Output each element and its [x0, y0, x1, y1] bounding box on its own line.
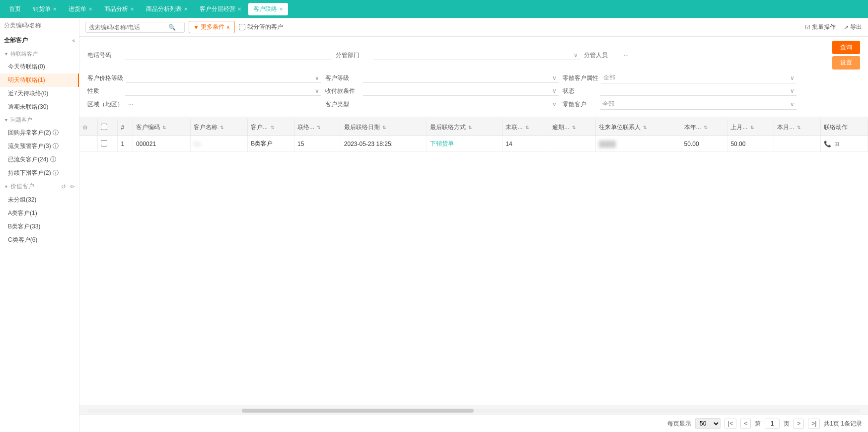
more-conditions-button[interactable]: ▼ 更多条件 ∧	[189, 21, 235, 33]
sidebar-item-declining[interactable]: 持续下滑客户(2) ⓘ	[0, 166, 79, 180]
filter-dots-region[interactable]: ···	[126, 100, 135, 109]
last-contact-link[interactable]: 下销货单	[430, 140, 454, 147]
sidebar-group-pending-contact[interactable]: 待联络客户	[0, 48, 79, 60]
close-icon[interactable]: ✕	[130, 6, 134, 12]
col-last-contact-date[interactable]: 最后联络日期 ⇅	[341, 119, 427, 136]
filter-customer-level: 客户等级 ∨	[325, 73, 559, 83]
next-page-button[interactable]: >	[794, 419, 804, 429]
col-type[interactable]: 客户... ⇅	[248, 119, 294, 136]
filter-row-4: 区域（地区） ··· 客户类型 ∨ 零散客户 全部 ∨	[87, 99, 860, 110]
sidebar-item-abnormal-repurchase[interactable]: 回购异常客户(2) ⓘ	[0, 126, 79, 140]
col-checkbox[interactable]	[98, 119, 118, 136]
filter-label-region: 区域（地区）	[87, 100, 123, 109]
sort-icon: ⇅	[704, 125, 708, 130]
sort-icon: ⇅	[382, 125, 386, 130]
filter-select-department[interactable]: ∨	[373, 51, 580, 60]
col-name[interactable]: 客户名称 ⇅	[190, 119, 248, 136]
col-code[interactable]: 客户编码 ⇅	[133, 119, 191, 136]
nav-sales-order[interactable]: 销货单 ✕	[28, 3, 62, 15]
my-customers-checkbox[interactable]	[239, 24, 245, 30]
filter-select-price-level[interactable]: ∨	[126, 73, 321, 83]
refresh-icon[interactable]: ↺	[61, 183, 66, 190]
filter-label-status: 状态	[563, 87, 597, 95]
nav-customer-segmentation[interactable]: 客户分层经营 ✕	[195, 3, 246, 15]
sidebar-item-class-a[interactable]: A类客户(1)	[0, 207, 79, 220]
sidebar-group-value-customers[interactable]: 价值客户 ↺ ✏	[0, 180, 79, 193]
row-checkbox[interactable]	[101, 140, 107, 146]
col-overdue[interactable]: 逾期... ⇅	[549, 119, 596, 136]
col-gear[interactable]: ⚙	[79, 119, 98, 136]
sidebar-group-problem-customers[interactable]: 问题客户	[0, 114, 79, 126]
sidebar-item-class-c[interactable]: C类客户(6)	[0, 233, 79, 247]
sidebar-item-week-contact[interactable]: 近7天待联络(0)	[0, 87, 79, 100]
select-all-checkbox[interactable]	[101, 124, 107, 130]
nav-home[interactable]: 首页	[4, 3, 26, 15]
sidebar-item-churned[interactable]: 已流失客户(24) ⓘ	[0, 153, 79, 166]
col-this-month[interactable]: 本月... ⇅	[774, 119, 821, 136]
qr-icon[interactable]: ⊞	[834, 141, 839, 147]
last-page-button[interactable]: >|	[808, 419, 820, 429]
sidebar: 🔍 全部客户 « 待联络客户 今天待联络(0) 明天待联络(1) 近7天待联络(…	[0, 18, 79, 432]
sidebar-item-overdue-contact[interactable]: 逾期未联络(30)	[0, 100, 79, 114]
my-customers-checkbox-label[interactable]: 我分管的客户	[239, 23, 283, 31]
sidebar-item-ungrouped[interactable]: 未分组(32)	[0, 193, 79, 207]
filter-select-status[interactable]: ∨	[600, 86, 796, 96]
sort-icon: ⇅	[317, 125, 321, 130]
filter-icon: ▼	[193, 24, 199, 31]
filter-input-phone[interactable]	[125, 51, 332, 60]
all-customers-header[interactable]: 全部客户 «	[0, 33, 79, 48]
filter-label-price-level: 客户价格等级	[87, 74, 123, 82]
close-icon[interactable]: ✕	[88, 6, 92, 12]
cell-checkbox[interactable]	[98, 136, 118, 152]
sidebar-item-churn-warning[interactable]: 流失预警客户(3) ⓘ	[0, 140, 79, 153]
filter-phone: 电话号码	[87, 51, 332, 60]
filter-label-nature: 性质	[87, 87, 122, 95]
edit-icon[interactable]: ✏	[70, 183, 75, 190]
nav-product-analysis[interactable]: 商品分析 ✕	[99, 3, 139, 15]
filter-select-customer-level[interactable]: ∨	[363, 73, 559, 83]
per-page-select[interactable]: 50 100 200	[695, 418, 721, 429]
close-icon[interactable]: ✕	[53, 6, 57, 12]
sidebar-item-class-b[interactable]: B类客户(33)	[0, 220, 79, 233]
nav-product-analysis-list[interactable]: 商品分析列表 ✕	[141, 3, 193, 15]
col-company-contact[interactable]: 往来单位联系人 ⇅	[596, 119, 681, 136]
gear-icon[interactable]: ⚙	[82, 124, 88, 131]
cell-action: 📞 ⊞	[821, 136, 868, 152]
cell-last-contact-method[interactable]: 下销货单	[427, 136, 503, 152]
filter-department: 分管部门 ∨	[336, 51, 580, 60]
prev-page-button[interactable]: <	[740, 419, 751, 429]
filter-select-customer-type[interactable]: ∨	[363, 100, 559, 109]
filter-select-nature[interactable]: ∨	[125, 86, 321, 96]
filter-select-retail-attr[interactable]: 全部 ∨	[601, 72, 796, 83]
nav-purchase-order[interactable]: 进货单 ✕	[64, 3, 97, 15]
setting-button[interactable]: 设置	[832, 56, 860, 70]
search-input[interactable]	[89, 24, 168, 31]
query-button[interactable]: 查询	[832, 41, 860, 54]
col-last-month[interactable]: 上月... ⇅	[727, 119, 774, 136]
chevron-down-icon: ∨	[790, 74, 795, 81]
sidebar-item-today-contact[interactable]: 今天待联络(0)	[0, 60, 79, 73]
sidebar-search-input[interactable]	[4, 22, 78, 29]
phone-icon[interactable]: 📞	[824, 141, 831, 147]
col-this-year[interactable]: 本年... ⇅	[681, 119, 727, 136]
col-last-contact-method[interactable]: 最后联络方式 ⇅	[427, 119, 503, 136]
first-page-button[interactable]: |<	[724, 419, 736, 429]
col-action: 联络动作	[821, 119, 868, 136]
close-icon[interactable]: ✕	[237, 6, 241, 12]
page-number-input[interactable]	[765, 419, 780, 429]
filter-select-retail-customer[interactable]: 全部 ∨	[600, 99, 796, 110]
filter-dots-person[interactable]: ···	[622, 51, 631, 60]
export-button[interactable]: ↗ 导出	[844, 23, 862, 31]
sort-icon: ⇅	[220, 125, 224, 130]
cell-type: B类客户	[248, 136, 294, 152]
close-icon[interactable]: ✕	[279, 6, 283, 12]
filter-select-payment[interactable]: ∨	[363, 86, 559, 96]
nav-customer-contact[interactable]: 客户联络 ✕	[248, 3, 288, 15]
close-icon[interactable]: ✕	[184, 6, 188, 12]
scroll-thumb[interactable]	[242, 409, 474, 413]
col-contact[interactable]: 联络... ⇅	[294, 119, 341, 136]
col-uncontacted[interactable]: 未联... ⇅	[503, 119, 549, 136]
search-icon[interactable]: 🔍	[168, 24, 176, 31]
batch-ops-button[interactable]: ☑ 批量操作	[805, 23, 836, 31]
sidebar-item-tomorrow-contact[interactable]: 明天待联络(1)	[0, 73, 79, 87]
